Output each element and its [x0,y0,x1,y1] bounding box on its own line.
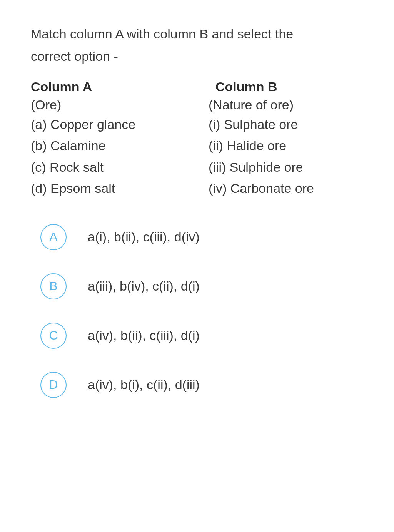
columns-container: Column A (Ore) (a) Copper glance (b) Cal… [31,79,363,201]
option-letter-circle: C [40,323,67,349]
column-a-item: (d) Epsom salt [31,179,185,198]
option-text: a(i), b(ii), c(iii), d(iv) [88,229,200,244]
column-b-title: Column B [209,79,363,94]
option-letter-circle: D [40,372,67,398]
column-b: Column B (Nature of ore) (i) Sulphate or… [209,79,363,201]
column-a-item: (c) Rock salt [31,158,185,177]
column-b-subtitle: (Nature of ore) [209,97,363,112]
question-text: Match column A with column B and select … [31,23,363,68]
option-c[interactable]: C a(iv), b(ii), c(iii), d(i) [40,323,363,349]
column-b-item: (iii) Sulphide ore [209,158,363,177]
option-text: a(iv), b(i), c(ii), d(iii) [88,377,200,392]
question-line-2: correct option - [31,49,118,64]
column-a-subtitle: (Ore) [31,97,185,112]
column-b-item: (i) Sulphate ore [209,115,363,134]
column-a-item: (b) Calamine [31,137,185,155]
question-line-1: Match column A with column B and select … [31,27,293,41]
option-text: a(iii), b(iv), c(ii), d(i) [88,279,200,294]
column-b-item: (iv) Carbonate ore [209,179,363,198]
option-d[interactable]: D a(iv), b(i), c(ii), d(iii) [40,372,363,398]
option-letter-circle: A [40,224,67,250]
option-b[interactable]: B a(iii), b(iv), c(ii), d(i) [40,273,363,299]
answer-options: A a(i), b(ii), c(iii), d(iv) B a(iii), b… [31,224,363,398]
column-a: Column A (Ore) (a) Copper glance (b) Cal… [31,79,185,201]
column-a-title: Column A [31,79,185,94]
option-letter-circle: B [40,273,67,299]
column-a-item: (a) Copper glance [31,115,185,134]
option-text: a(iv), b(ii), c(iii), d(i) [88,328,200,343]
column-b-item: (ii) Halide ore [209,137,363,155]
option-a[interactable]: A a(i), b(ii), c(iii), d(iv) [40,224,363,250]
